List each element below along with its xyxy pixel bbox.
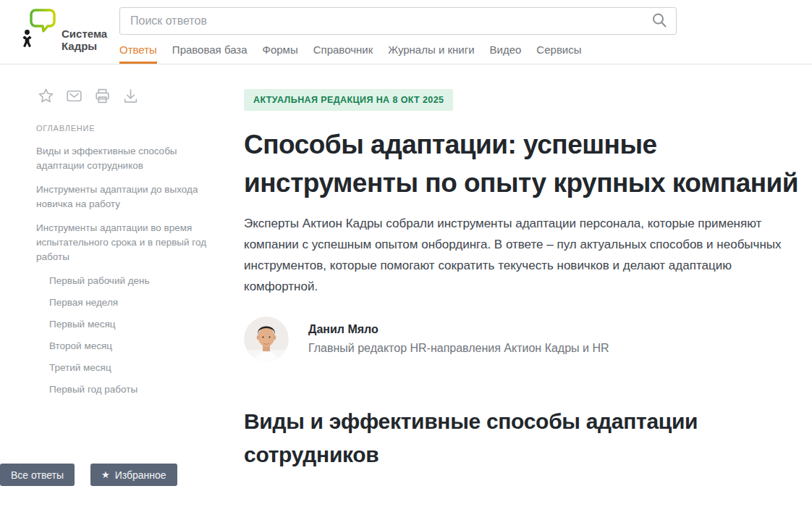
sidebar-footer-buttons: Все ответы ★ Избранное	[0, 464, 177, 486]
article-title: Способы адаптации: успешные инструменты …	[244, 125, 805, 202]
toc-item[interactable]: Третий месяц	[49, 361, 217, 375]
toc-item[interactable]: Первый месяц	[49, 317, 217, 332]
article-lead: Эксперты Актион Кадры собрали инструмент…	[244, 213, 790, 297]
all-answers-label: Все ответы	[11, 469, 64, 481]
print-icon	[93, 87, 111, 105]
toc-item[interactable]: Первая неделя	[49, 296, 217, 310]
search-button[interactable]	[648, 12, 670, 30]
favorite-star-button[interactable]	[36, 87, 55, 106]
all-answers-button[interactable]: Все ответы	[0, 464, 75, 486]
header: Система Кадры Ответы Правовая база Формы…	[0, 0, 812, 64]
nav-tab[interactable]: Сервисы	[536, 43, 581, 64]
table-of-contents: Виды и эффективные способы адаптации сот…	[36, 144, 217, 404]
nav-tab[interactable]: Ответы	[119, 43, 157, 64]
print-button[interactable]	[93, 87, 111, 106]
download-icon	[122, 87, 140, 105]
download-button[interactable]	[121, 87, 140, 106]
article: АКТУАЛЬНАЯ РЕДАКЦИЯ НА 8 ОКТ 2025 Способ…	[244, 89, 805, 472]
toc-item[interactable]: Первый год работы	[49, 382, 217, 397]
star-icon	[37, 87, 55, 105]
toc-heading: ОГЛАВЛЕНИЕ	[36, 124, 95, 133]
author-role: Главный редактор HR-направления Актион К…	[308, 342, 609, 355]
toc-item[interactable]: Виды и эффективные способы адаптации сот…	[36, 144, 217, 173]
nav-tab[interactable]: Справочник	[313, 43, 373, 64]
mail-button[interactable]	[64, 87, 83, 106]
search-input[interactable]	[119, 7, 677, 35]
author-name: Данил Мяло	[308, 323, 609, 336]
toc-item[interactable]: Инструменты адаптации до выхода новичка …	[36, 183, 217, 211]
toc-item[interactable]: Инструменты адаптации во время испытател…	[36, 221, 217, 264]
mail-icon	[65, 87, 83, 105]
logo-bubble-icon	[20, 6, 58, 48]
author-avatar	[244, 317, 289, 361]
nav-tab[interactable]: Видео	[490, 43, 522, 64]
section-heading: Виды и эффективные способы адаптации сот…	[244, 405, 805, 472]
favorites-button[interactable]: ★ Избранное	[90, 464, 177, 486]
nav-tab[interactable]: Журналы и книги	[388, 43, 474, 64]
nav-tab[interactable]: Формы	[263, 43, 298, 64]
author-info: Данил Мяло Главный редактор HR-направлен…	[308, 323, 609, 355]
author-block: Данил Мяло Главный редактор HR-направлен…	[244, 317, 805, 361]
logo-person-figure	[22, 30, 31, 47]
toc-item[interactable]: Второй месяц	[49, 339, 217, 353]
search-icon	[651, 12, 668, 29]
main-nav: Ответы Правовая база Формы Справочник Жу…	[119, 43, 582, 64]
edition-badge: АКТУАЛЬНАЯ РЕДАКЦИЯ НА 8 ОКТ 2025	[244, 89, 453, 111]
document-actions	[36, 87, 140, 106]
nav-tab[interactable]: Правовая база	[172, 43, 248, 64]
star-icon: ★	[101, 470, 110, 479]
favorites-label: Избранное	[115, 469, 166, 481]
logo-text-line2: Кадры	[62, 40, 107, 52]
logo[interactable]: Система Кадры	[20, 6, 107, 52]
page: Система Кадры Ответы Правовая база Формы…	[0, 0, 812, 507]
toc-item[interactable]: Первый рабочий день	[49, 274, 217, 288]
logo-text: Система Кадры	[62, 28, 107, 52]
logo-text-line1: Система	[62, 28, 107, 40]
